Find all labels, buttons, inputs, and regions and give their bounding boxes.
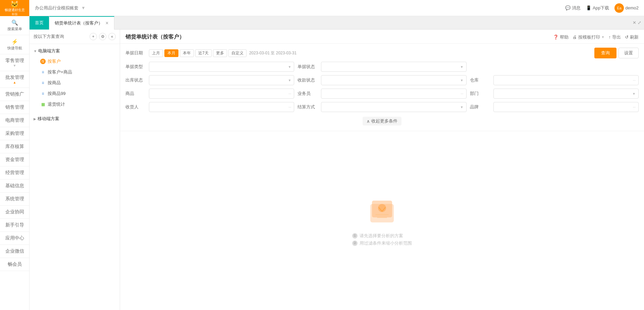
sidebar-item-finance[interactable]: 资金管理	[0, 153, 29, 166]
page-actions: ❓ 帮助 🖨 按模板打印 ▼ ↑ 导出 ↺ 刷新	[553, 34, 639, 40]
empty-illustration	[362, 194, 402, 227]
date-filter-label: 单据日期	[125, 50, 149, 56]
date-range-display: 2023-03-01 至 2023-03-31	[249, 50, 297, 56]
window-close-icon[interactable]: ✕	[633, 20, 636, 25]
receipt-status-input[interactable]: ▼	[321, 75, 466, 85]
sidebar-item-new-guide[interactable]: 新手引导	[0, 219, 29, 232]
scheme-section-mobile: ▶ 移动端方案	[30, 112, 120, 126]
sidebar-item-app-center[interactable]: 应用中心	[0, 232, 29, 245]
sidebar-item-marketing[interactable]: 营销推广	[0, 88, 29, 101]
user-profile[interactable]: Ea demo2	[614, 3, 639, 13]
collapse-button[interactable]: ∧ 收起更多条件	[363, 117, 401, 125]
date-btn-last-month[interactable]: 上月	[149, 49, 163, 57]
refresh-icon: ↺	[625, 35, 629, 40]
date-btn-this-year[interactable]: 本年	[180, 49, 194, 57]
consignee-input[interactable]: ···	[149, 102, 294, 112]
out-status-label: 出库状态	[125, 77, 149, 83]
sidebar-item-operations[interactable]: 经营管理	[0, 166, 29, 179]
empty-svg	[362, 194, 402, 227]
tab-close-icon[interactable]: ✕	[105, 21, 109, 25]
settings-button[interactable]: 设置	[619, 48, 639, 58]
scheme-item-by-goods-99[interactable]: ≡ 按商品99	[30, 88, 120, 99]
warehouse-more-icon: ···	[633, 79, 636, 82]
scheme-panel-title: 按以下方案查询	[34, 34, 64, 40]
filter-area: 单据日期 上月 本月 本年 近7天 更多 自定义 2023-03-01 至 20…	[120, 44, 644, 131]
brand-input[interactable]: ···	[493, 102, 639, 112]
sidebar-item-system[interactable]: 系统管理	[0, 193, 29, 206]
scheme-add-btn[interactable]: +	[90, 33, 97, 40]
top-header: 办公用品行业模拟账套 ▼ 💬 消息 📱 App下载 Ea demo2	[30, 0, 644, 16]
help-action[interactable]: ❓ 帮助	[553, 34, 569, 40]
sidebar-finance-label: 资金管理	[1, 157, 28, 163]
scheme-settings-btn[interactable]: ⚙	[99, 33, 106, 40]
scheme-icon-by-customer-goods: ≡	[40, 69, 46, 75]
doc-type-input[interactable]: ▼	[149, 62, 294, 72]
filter-row-3: 商品 ··· 业务员 ··· 部门	[125, 89, 639, 99]
sidebar-item-retail[interactable]: 零售管理 ▼	[0, 54, 29, 71]
warehouse-input[interactable]: ···	[493, 75, 639, 85]
sidebar-item-quick-nav[interactable]: ⚡ 快捷导航	[0, 35, 29, 54]
window-maximize-icon[interactable]: ⤢	[638, 20, 641, 25]
sidebar-item-inventory[interactable]: 库存核算	[0, 140, 29, 153]
sidebar-sales-label: 销售管理	[1, 104, 28, 110]
sidebar-item-search[interactable]: 🔍 搜索菜单	[0, 16, 29, 35]
sidebar-item-basic[interactable]: 基础信息	[0, 179, 29, 193]
scheme-section-mobile-header[interactable]: ▶ 移动端方案	[30, 114, 120, 124]
out-status-filter: 出库状态 ▼	[125, 75, 294, 85]
sidebar-item-enterprise-wechat[interactable]: 企业微信	[0, 245, 29, 258]
goods-input[interactable]: ···	[149, 89, 294, 99]
scheme-item-by-goods[interactable]: ≡ 按商品	[30, 78, 120, 88]
scheme-collapse-btn[interactable]: «	[108, 33, 116, 40]
settlement-input[interactable]: ▼	[321, 102, 466, 112]
tab-home[interactable]: 首页	[30, 16, 49, 30]
template-print-action[interactable]: 🖨 按模板打印 ▼	[573, 34, 605, 40]
sidebar-item-sales[interactable]: 销售管理	[0, 101, 29, 114]
export-action[interactable]: ↑ 导出	[609, 34, 621, 40]
message-label: 消息	[572, 5, 581, 11]
date-btn-custom[interactable]: 自定义	[228, 49, 247, 57]
tip-num-1: ①	[352, 233, 358, 239]
date-btn-this-month[interactable]: 本月	[164, 49, 178, 57]
tab-sales-stats[interactable]: 销货单统计表（按客户） ✕	[49, 16, 114, 30]
sidebar-item-enterprise[interactable]: 企业协同	[0, 206, 29, 219]
sidebar-item-member[interactable]: 畅会员	[0, 258, 29, 271]
doc-status-filter: 单据状态 ▼	[298, 62, 466, 72]
refresh-action[interactable]: ↺ 刷新	[625, 34, 639, 40]
department-input[interactable]: ▼	[493, 89, 639, 99]
empty-tip-2-text: 用过滤条件来缩小分析范围	[360, 240, 412, 246]
scheme-item-by-customer-goods[interactable]: ≡ 按客户+商品	[30, 67, 120, 78]
sidebar-item-wholesale[interactable]: 批发管理 ▲	[0, 71, 29, 88]
header-right: 💬 消息 📱 App下载 Ea demo2	[565, 3, 639, 13]
message-btn[interactable]: 💬 消息	[565, 5, 581, 11]
scheme-item-return-stats[interactable]: ▦ 退货统计	[30, 99, 120, 110]
dropdown-icon[interactable]: ▼	[81, 5, 86, 10]
doc-status-input[interactable]: ▼	[321, 62, 466, 72]
out-status-input[interactable]: ▼	[149, 75, 294, 85]
doc-type-filter: 单据类型 ▼	[125, 62, 294, 72]
collapse-up-icon: ∧	[367, 119, 370, 124]
query-button[interactable]: 查询	[594, 48, 616, 58]
logo-text: 畅捷通好生意标版	[5, 8, 25, 16]
empty-tips-list: ① 请先选择要分析的方案 ② 用过滤条件来缩小分析范围	[352, 231, 412, 248]
empty-tip-1: ① 请先选择要分析的方案	[352, 233, 412, 239]
template-print-label: 按模板打印	[578, 34, 600, 40]
scheme-icon-return-stats: ▦	[40, 102, 46, 107]
out-status-dropdown-icon: ▼	[288, 79, 291, 82]
scheme-panel: 按以下方案查询 + ⚙ « ▼ 电脑端方案 按 按客户 ≡	[30, 30, 120, 310]
sidebar-item-purchase[interactable]: 采购管理	[0, 127, 29, 140]
department-label: 部门	[470, 91, 493, 97]
sidebar-enterprise-label: 企业协同	[1, 209, 28, 215]
salesperson-input[interactable]: ···	[321, 89, 466, 99]
brand-filter: 品牌 ···	[470, 102, 639, 112]
app-download-btn[interactable]: 📱 App下载	[586, 5, 609, 11]
empty-tip-2: ② 用过滤条件来缩小分析范围	[352, 240, 412, 246]
avatar: Ea	[614, 3, 624, 13]
scheme-item-by-customer[interactable]: 按 按客户	[30, 56, 120, 67]
export-icon: ↑	[609, 35, 611, 40]
svg-rect-6	[377, 217, 387, 218]
app-download-icon: 📱	[586, 5, 591, 10]
date-btn-more[interactable]: 更多	[213, 49, 227, 57]
scheme-section-desktop-header[interactable]: ▼ 电脑端方案	[30, 46, 120, 56]
date-btn-last-7[interactable]: 近7天	[195, 49, 212, 57]
sidebar-item-ecommerce[interactable]: 电商管理	[0, 114, 29, 127]
